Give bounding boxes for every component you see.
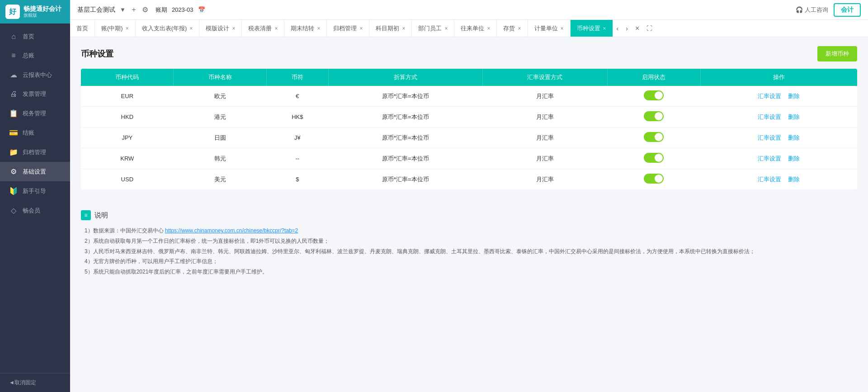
page-content: 币种设置 新增币种 币种代码 币种名称 币符 折算方式 汇率设置方式 启用状态 … bbox=[70, 37, 868, 392]
tab-expand-btn[interactable]: ⛶ bbox=[643, 20, 656, 37]
rate-setting-link[interactable]: 汇率设置 bbox=[758, 134, 781, 141]
delete-link[interactable]: 删除 bbox=[788, 113, 800, 120]
china-money-link[interactable]: https://www.chinamoney.com.cn/chinese/bk… bbox=[165, 227, 298, 234]
tab-close-icon[interactable]: × bbox=[561, 25, 564, 32]
cell-symbol: J¥ bbox=[267, 128, 328, 148]
delete-link[interactable]: 删除 bbox=[788, 134, 800, 141]
sidebar-item-member[interactable]: ◇ 畅会员 bbox=[0, 201, 70, 220]
company-settings-icon[interactable]: ⚙ bbox=[142, 5, 148, 14]
tab-tax-list[interactable]: 税表清册 × bbox=[242, 20, 284, 37]
cell-symbol: -- bbox=[267, 148, 328, 169]
tab-income-report[interactable]: 收入支出表(年报) × bbox=[136, 20, 200, 37]
tab-close-icon[interactable]: × bbox=[444, 25, 448, 32]
tab-close-icon[interactable]: × bbox=[518, 25, 521, 32]
sidebar-item-close[interactable]: 💳 结账 bbox=[0, 123, 70, 142]
member-icon: ◇ bbox=[9, 206, 18, 215]
tab-dept[interactable]: 部门员工 × bbox=[412, 20, 454, 37]
table-row: HKD 港元 HK$ 原币*汇率=本位币 月汇率 汇率设置 删除 bbox=[81, 107, 857, 128]
tab-inventory[interactable]: 存货 × bbox=[497, 20, 528, 37]
cell-name: 美元 bbox=[174, 169, 267, 190]
delete-link[interactable]: 删除 bbox=[788, 93, 800, 99]
company-dropdown-icon[interactable]: ▼ bbox=[120, 6, 126, 13]
tab-contacts[interactable]: 往来单位 × bbox=[454, 20, 497, 37]
delete-link[interactable]: 删除 bbox=[788, 176, 800, 183]
tab-label: 科目期初 bbox=[376, 24, 399, 33]
sidebar-item-ledger[interactable]: ≡ 总账 bbox=[0, 46, 70, 65]
cell-status bbox=[607, 86, 700, 107]
sidebar-pin-toggle[interactable]: ◄取消固定 bbox=[0, 373, 70, 392]
cell-name: 港元 bbox=[174, 107, 267, 128]
cell-rate-type: 月汇率 bbox=[483, 169, 608, 190]
account-button[interactable]: 会计 bbox=[834, 3, 861, 17]
notes-section: ≡ 说明 1）数据来源：中国外汇交易中心 https://www.chinamo… bbox=[81, 203, 857, 284]
rate-setting-link[interactable]: 汇率设置 bbox=[758, 176, 781, 183]
topbar: 基层工会测试 ▼ ＋ ⚙ 账期 2023-03 📅 🎧 人工咨询 会计 bbox=[70, 0, 868, 20]
enable-toggle[interactable] bbox=[644, 132, 664, 142]
delete-link[interactable]: 删除 bbox=[788, 155, 800, 162]
tab-close-icon[interactable]: × bbox=[317, 25, 320, 32]
tab-label: 币种设置 bbox=[577, 24, 600, 33]
tab-close-icon[interactable]: × bbox=[487, 25, 490, 32]
sidebar-item-label: 税务管理 bbox=[23, 109, 46, 118]
rate-setting-link[interactable]: 汇率设置 bbox=[758, 113, 781, 120]
sidebar-item-label: 基础设置 bbox=[23, 168, 46, 176]
tab-close-icon[interactable]: × bbox=[603, 25, 606, 32]
tab-label: 部门员工 bbox=[418, 24, 442, 33]
sidebar-item-reports[interactable]: ☁ 云报表中心 bbox=[0, 65, 70, 85]
cell-status bbox=[607, 169, 700, 190]
new-currency-button[interactable]: 新增币种 bbox=[817, 46, 857, 61]
help-button[interactable]: 🎧 人工咨询 bbox=[796, 6, 828, 14]
tab-home[interactable]: 首页 bbox=[70, 20, 95, 37]
tab-close-icon[interactable]: × bbox=[402, 25, 405, 32]
tab-subjects[interactable]: 科目期初 × bbox=[369, 20, 412, 37]
rate-setting-link[interactable]: 汇率设置 bbox=[758, 155, 781, 162]
tax-icon: 📋 bbox=[9, 109, 18, 118]
enable-toggle[interactable] bbox=[644, 174, 664, 184]
sidebar-item-archive[interactable]: 📁 归档管理 bbox=[0, 142, 70, 162]
ledger-icon: ≡ bbox=[9, 52, 18, 60]
tab-label: 归档管理 bbox=[333, 24, 357, 33]
sidebar-item-invoice[interactable]: 🖨 发票管理 bbox=[0, 85, 70, 104]
tab-next-btn[interactable]: › bbox=[622, 20, 632, 37]
cell-calc: 原币*汇率=本位币 bbox=[328, 148, 483, 169]
add-company-icon[interactable]: ＋ bbox=[130, 5, 137, 14]
settings-icon: ⚙ bbox=[9, 167, 18, 176]
currency-table: 币种代码 币种名称 币符 折算方式 汇率设置方式 启用状态 操作 EUR 欧元 … bbox=[81, 69, 857, 189]
tab-currency[interactable]: 币种设置 × bbox=[571, 20, 613, 37]
page-title: 币种设置 bbox=[81, 48, 113, 59]
tab-mid-period[interactable]: 账(中期) × bbox=[95, 20, 136, 37]
cell-name: 欧元 bbox=[174, 86, 267, 107]
cell-rate-type: 月汇率 bbox=[483, 128, 608, 148]
tab-label: 计量单位 bbox=[534, 24, 558, 33]
tab-period-end[interactable]: 期末结转 × bbox=[284, 20, 327, 37]
tab-close-all-btn[interactable]: × bbox=[632, 20, 643, 37]
tab-prev-btn[interactable]: ‹ bbox=[613, 20, 623, 37]
note-item: 1）数据来源：中国外汇交易中心 https://www.chinamoney.c… bbox=[85, 226, 857, 236]
enable-toggle[interactable] bbox=[644, 153, 664, 163]
table-row: KRW 韩元 -- 原币*汇率=本位币 月汇率 汇率设置 删除 bbox=[81, 148, 857, 169]
calendar-icon[interactable]: 📅 bbox=[198, 6, 205, 13]
sidebar-item-tax[interactable]: 📋 税务管理 bbox=[0, 104, 70, 123]
col-status: 启用状态 bbox=[607, 69, 700, 86]
sidebar-item-home[interactable]: ⌂ 首页 bbox=[0, 27, 70, 46]
tab-close-icon[interactable]: × bbox=[232, 25, 235, 32]
sidebar-item-label: 归档管理 bbox=[23, 148, 46, 156]
tab-archive[interactable]: 归档管理 × bbox=[327, 20, 369, 37]
tab-close-icon[interactable]: × bbox=[189, 25, 193, 32]
table-row: USD 美元 $ 原币*汇率=本位币 月汇率 汇率设置 删除 bbox=[81, 169, 857, 190]
tab-close-icon[interactable]: × bbox=[359, 25, 363, 32]
sidebar-item-basic[interactable]: ⚙ 基础设置 bbox=[0, 162, 70, 181]
sidebar-item-guide[interactable]: 🔰 新手引导 bbox=[0, 181, 70, 201]
tab-template[interactable]: 模版设计 × bbox=[199, 20, 242, 37]
rate-setting-link[interactable]: 汇率设置 bbox=[758, 93, 781, 99]
col-calc: 折算方式 bbox=[328, 69, 483, 86]
tab-close-icon[interactable]: × bbox=[274, 25, 278, 32]
tab-close-icon[interactable]: × bbox=[126, 25, 129, 32]
enable-toggle[interactable] bbox=[644, 90, 664, 100]
enable-toggle[interactable] bbox=[644, 111, 664, 121]
close-accounts-icon: 💳 bbox=[9, 128, 18, 137]
home-icon: ⌂ bbox=[9, 33, 18, 41]
tab-units[interactable]: 计量单位 × bbox=[528, 20, 571, 37]
cell-rate-type: 月汇率 bbox=[483, 148, 608, 169]
main-area: 基层工会测试 ▼ ＋ ⚙ 账期 2023-03 📅 🎧 人工咨询 会计 首页 账… bbox=[70, 0, 868, 392]
